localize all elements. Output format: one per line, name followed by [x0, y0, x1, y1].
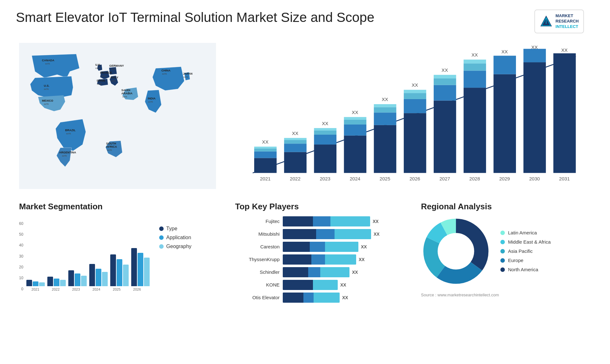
player-bar-thyssen [283, 254, 356, 265]
pb-thyssen-2 [311, 254, 325, 265]
donut-container: Latin America Middle East & Africa Asia … [421, 216, 588, 286]
player-name-thyssen: ThyssenKrupp [235, 257, 280, 262]
player-name-kone: KONE [235, 282, 280, 287]
bar-2024-label: XX [352, 110, 358, 115]
france-label: FRANCE [100, 71, 112, 74]
player-val-mitsubishi: XX [374, 232, 380, 237]
player-bar-schindler [283, 267, 349, 277]
bar-2029-seg1 [493, 74, 516, 173]
bar-2027-seg2 [434, 85, 456, 100]
player-val-thyssen: XX [359, 257, 365, 262]
player-name-mitsubishi: Mitsubishi [235, 231, 280, 237]
pb-schindler-2 [308, 267, 320, 277]
player-bar-fujitec [283, 216, 370, 226]
china-val: xx% [162, 72, 167, 75]
reg-label-europe: Europe [508, 258, 523, 263]
pb-fujitec-3 [330, 216, 370, 226]
southafrica-val: xx% [107, 149, 112, 152]
bar-2028-seg4 [464, 59, 486, 63]
bar-2027-seg4 [434, 75, 456, 78]
page-container: Smart Elevator IoT Terminal Solution Mar… [0, 0, 610, 364]
bar-2022-seg4 [284, 138, 307, 140]
canada-val: xx% [45, 62, 50, 65]
pb-kone-1 [283, 280, 313, 290]
seg-y-axis: 60 50 40 30 20 10 0 [19, 221, 25, 291]
bar-2029-label: XX [501, 49, 508, 54]
legend-application-label: Application [166, 235, 191, 240]
player-bar-container-careston: XX [283, 242, 402, 252]
reg-legend-asia: Asia Pacific [500, 248, 551, 254]
year-2027: 2027 [439, 176, 450, 181]
pb-otis-1 [283, 293, 303, 303]
reg-dot-mea [500, 240, 505, 244]
reg-label-latin: Latin America [508, 230, 537, 235]
reg-legend-europe: Europe [500, 258, 551, 263]
pb-schindler-3 [320, 267, 349, 277]
saudi-val: xx% [122, 95, 127, 98]
legend-type: Type [159, 226, 191, 232]
us-val: xx% [44, 88, 49, 91]
seg-year-2026 [131, 248, 150, 286]
bar-2025-seg1 [374, 125, 396, 173]
player-val-schindler: XX [352, 270, 358, 275]
bar-2026-seg4 [404, 90, 426, 93]
seg-legend: Type Application Geography [159, 226, 191, 249]
seg-year-2022 [47, 277, 66, 286]
bar-2021-label: XX [262, 139, 268, 145]
seg-app-2023 [75, 273, 80, 286]
source-text: Source : www.marketresearchintellect.com [421, 293, 588, 297]
pb-otis-2 [303, 293, 314, 303]
legend-geography-label: Geography [166, 244, 191, 249]
italy-label: ITALY [111, 76, 119, 79]
year-2025: 2025 [380, 176, 390, 181]
map-section: CANADA xx% U.S. xx% MEXICO xx% BRAZIL xx… [16, 40, 222, 195]
player-bar-careston [283, 242, 358, 252]
bar-2026-label: XX [412, 82, 418, 88]
dot-application [159, 235, 164, 240]
bar-2024-seg1 [344, 135, 367, 173]
reg-dot-latin [500, 231, 505, 235]
seg-type-2023 [68, 270, 74, 286]
player-val-otis: XX [342, 295, 348, 300]
seg-app-2024 [96, 269, 101, 286]
year-2030: 2030 [529, 176, 540, 181]
brazil-label: BRAZIL [65, 129, 76, 132]
player-row-mitsubishi: Mitsubishi XX [235, 229, 402, 239]
pb-mitsubishi-2 [316, 229, 335, 239]
reg-dot-asia [500, 249, 505, 253]
pb-schindler-1 [283, 267, 308, 277]
seg-geo-2021 [39, 282, 45, 286]
bar-2023-seg2 [314, 135, 336, 145]
us-label: U.S. [44, 84, 50, 87]
logo-area: MARKET RESEARCH INTELLECT [524, 10, 594, 33]
bar-2023-label: XX [322, 121, 328, 126]
reg-legend-mea: Middle East & Africa [500, 239, 551, 245]
seg-geo-2025 [123, 265, 129, 286]
southafrica-label: SOUTH [106, 142, 116, 145]
seg-app-2025 [117, 259, 122, 286]
pb-thyssen-1 [283, 254, 311, 265]
pb-mitsubishi-3 [335, 229, 371, 239]
player-bar-container-fujitec: XX [283, 216, 402, 226]
reg-dot-na [500, 267, 505, 272]
year-2022: 2022 [290, 176, 300, 181]
bar-2031-label: XX [561, 47, 568, 53]
world-map: CANADA xx% U.S. xx% MEXICO xx% BRAZIL xx… [19, 43, 216, 189]
reg-legend-latin: Latin America [500, 230, 551, 235]
player-bar-container-otis: XX [283, 293, 402, 303]
player-bar-mitsubishi [283, 229, 371, 239]
player-val-fujitec: XX [373, 219, 379, 224]
argentina-label: ARGENTINA [59, 151, 76, 154]
india-label: INDIA [148, 97, 156, 100]
player-row-kone: KONE XX [235, 280, 402, 290]
spain-val: xx% [97, 83, 102, 85]
player-row-thyssen: ThyssenKrupp XX [235, 254, 402, 265]
bar-2025-seg3 [374, 107, 396, 112]
regional-section: Regional Analysis [415, 199, 594, 362]
bar-2030-seg2 [524, 49, 546, 62]
bar-2028-seg3 [464, 64, 486, 71]
spain-label: SPAIN [97, 79, 105, 82]
logo-text: MARKET RESEARCH INTELLECT [556, 13, 579, 30]
france-val: xx% [101, 75, 106, 78]
southafrica-label2: AFRICA [106, 145, 117, 148]
